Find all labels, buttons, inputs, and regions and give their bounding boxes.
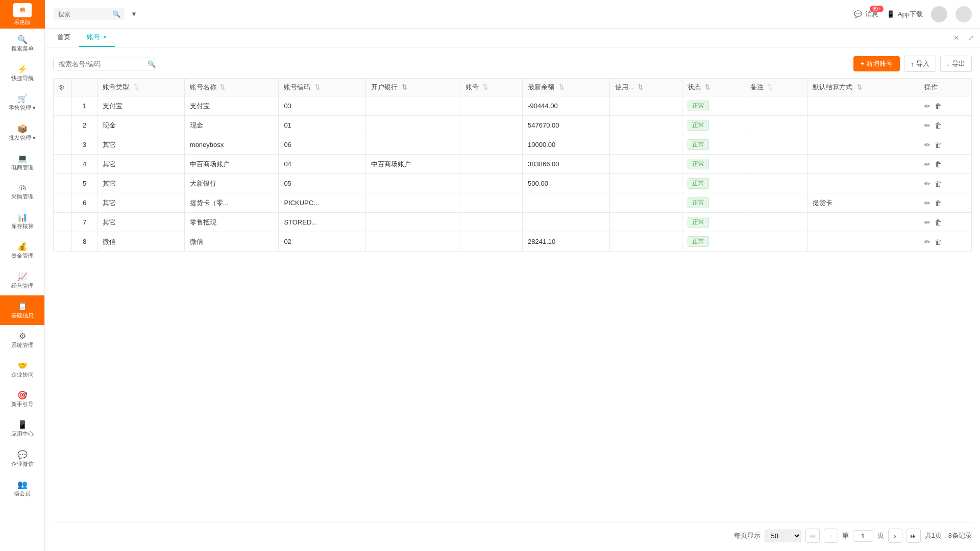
cell-usage-0 bbox=[609, 96, 682, 116]
sidebar-logo[interactable]: 精 乐惠版 bbox=[0, 0, 45, 29]
edit-icon-3[interactable]: ✏ bbox=[924, 160, 930, 168]
th-status[interactable]: 状态 ⇅ bbox=[682, 79, 745, 96]
sidebar-item-1[interactable]: ⚡ 快捷导航 bbox=[0, 58, 44, 88]
th-account-name[interactable]: 账号名称 ⇅ bbox=[184, 79, 279, 96]
sidebar-item-15[interactable]: 👥 畅会员 bbox=[0, 473, 44, 503]
delete-icon-2[interactable]: 🗑 bbox=[935, 141, 942, 149]
th-default-payment[interactable]: 默认结算方式 ⇅ bbox=[807, 79, 919, 96]
status-badge-3: 正常 bbox=[688, 159, 709, 169]
export-button[interactable]: ↓ 导出 bbox=[940, 56, 972, 72]
sidebar-item-2[interactable]: 🛒 零售管理 ▾ bbox=[0, 88, 44, 117]
tab-account[interactable]: 账号 × bbox=[79, 29, 115, 47]
table-row: 6 其它 提货卡（零... PICKUPC... 正常 提货卡 ✏ 🗑 bbox=[54, 193, 972, 213]
edit-icon-4[interactable]: ✏ bbox=[924, 180, 930, 188]
cell-default-payment-7 bbox=[807, 232, 919, 252]
th-usage[interactable]: 使用... ⇅ bbox=[609, 79, 682, 96]
edit-icon-1[interactable]: ✏ bbox=[924, 121, 930, 130]
tab-home[interactable]: 首页 bbox=[49, 29, 79, 47]
sidebar-label-2: 零售管理 ▾ bbox=[9, 105, 36, 111]
cell-status-3: 正常 bbox=[682, 155, 745, 174]
sidebar-item-4[interactable]: 💻 电商管理 bbox=[0, 147, 44, 177]
edit-icon-2[interactable]: ✏ bbox=[924, 141, 930, 149]
page-last-btn[interactable]: ⏭ bbox=[906, 529, 921, 543]
export-icon: ↓ bbox=[947, 60, 950, 68]
page-first-btn[interactable]: ⏮ bbox=[805, 529, 820, 543]
sidebar: 精 乐惠版 🔍 搜索菜单 ⚡ 快捷导航 🛒 零售管理 ▾ 📦 批发管理 ▾ 💻 … bbox=[0, 0, 45, 551]
sidebar-label-10: 系统管理 bbox=[11, 342, 34, 348]
th-balance[interactable]: 最新余额 ⇅ bbox=[523, 79, 610, 96]
cell-bank-3: 中百商场账户 bbox=[366, 155, 460, 174]
user-avatar[interactable] bbox=[931, 6, 947, 22]
cell-type-3: 其它 bbox=[97, 155, 185, 174]
delete-icon-3[interactable]: 🗑 bbox=[935, 160, 942, 168]
sidebar-item-11[interactable]: 🤝 企业协同 bbox=[0, 355, 44, 384]
edit-icon-7[interactable]: ✏ bbox=[924, 238, 930, 246]
th-remark[interactable]: 备注 ⇅ bbox=[745, 79, 807, 96]
header-search-box[interactable]: 🔍 bbox=[53, 8, 125, 20]
page-number-input[interactable] bbox=[853, 530, 873, 542]
cell-num-5: 6 bbox=[72, 193, 97, 213]
cell-name-3: 中百商场账户 bbox=[184, 155, 279, 174]
import-icon: ↑ bbox=[911, 60, 914, 68]
cell-status-0: 正常 bbox=[682, 96, 745, 116]
delete-icon-1[interactable]: 🗑 bbox=[935, 121, 942, 130]
cell-account-2 bbox=[460, 135, 522, 155]
sidebar-icon-13: 📱 bbox=[17, 420, 28, 430]
page-prev-btn[interactable]: ‹ bbox=[824, 529, 838, 543]
tab-expand-icon[interactable]: ✕ bbox=[951, 32, 962, 44]
user-avatar-2[interactable] bbox=[955, 6, 972, 22]
page-next-btn[interactable]: › bbox=[888, 529, 902, 543]
cell-bank-4 bbox=[366, 174, 460, 193]
sidebar-item-8[interactable]: 📈 经营管理 bbox=[0, 266, 44, 295]
sidebar-icon-15: 👥 bbox=[17, 480, 28, 489]
sidebar-item-3[interactable]: 📦 批发管理 ▾ bbox=[0, 118, 44, 147]
sidebar-item-0[interactable]: 🔍 搜索菜单 bbox=[0, 29, 44, 58]
sidebar-item-7[interactable]: 💰 资金管理 bbox=[0, 236, 44, 265]
sidebar-item-10[interactable]: ⚙ 系统管理 bbox=[0, 325, 44, 355]
sidebar-item-13[interactable]: 📱 应用中心 bbox=[0, 414, 44, 443]
sidebar-icon-3: 📦 bbox=[17, 124, 28, 134]
table-search-input[interactable] bbox=[59, 60, 144, 68]
tab-account-close[interactable]: × bbox=[103, 34, 107, 41]
header-dropdown[interactable]: ▼ bbox=[131, 10, 137, 18]
cell-settings-0 bbox=[54, 96, 72, 116]
sidebar-item-6[interactable]: 📊 库存核算 bbox=[0, 206, 44, 236]
delete-icon-7[interactable]: 🗑 bbox=[935, 238, 942, 246]
table-search-icon[interactable]: 🔍 bbox=[148, 60, 156, 68]
th-open-bank[interactable]: 开户银行 ⇅ bbox=[366, 79, 460, 96]
delete-icon-0[interactable]: 🗑 bbox=[935, 102, 942, 110]
header-search-input[interactable] bbox=[58, 11, 109, 18]
sidebar-item-9[interactable]: 📋 基础信息 bbox=[0, 295, 44, 325]
sidebar-item-14[interactable]: 💬 企业微信 bbox=[0, 444, 44, 473]
page-size-select[interactable]: 50 20 100 bbox=[765, 530, 801, 542]
cell-status-7: 正常 bbox=[682, 232, 745, 252]
delete-icon-6[interactable]: 🗑 bbox=[935, 218, 942, 227]
cell-action-5: ✏ 🗑 bbox=[919, 193, 972, 213]
cell-status-2: 正常 bbox=[682, 135, 745, 155]
sidebar-label-8: 经营管理 bbox=[11, 283, 34, 289]
th-account-number[interactable]: 账号 ⇅ bbox=[460, 79, 522, 96]
table-search-box[interactable]: 🔍 bbox=[53, 58, 155, 70]
import-button[interactable]: ↑ 导入 bbox=[904, 56, 936, 72]
add-account-button[interactable]: + 新增账号 bbox=[853, 56, 900, 71]
sidebar-item-12[interactable]: 🎯 新手引导 bbox=[0, 384, 44, 414]
edit-icon-6[interactable]: ✏ bbox=[924, 218, 930, 227]
edit-icon-0[interactable]: ✏ bbox=[924, 102, 930, 110]
top-header: 🔍 ▼ 💬 消息 99+ 📱 App下载 bbox=[45, 0, 980, 29]
edit-icon-5[interactable]: ✏ bbox=[924, 199, 930, 207]
cell-type-6: 其它 bbox=[97, 213, 185, 232]
cell-bank-0 bbox=[366, 96, 460, 116]
header-message-btn[interactable]: 💬 消息 99+ bbox=[854, 10, 878, 19]
th-account-type[interactable]: 账号类型 ⇅ bbox=[97, 79, 185, 96]
cell-bank-2 bbox=[366, 135, 460, 155]
cell-remark-6 bbox=[745, 213, 807, 232]
header-app-download[interactable]: 📱 App下载 bbox=[887, 10, 923, 19]
sidebar-icon-11: 🤝 bbox=[17, 361, 28, 370]
table-row: 7 其它 零售抵现 STORED... 正常 ✏ 🗑 bbox=[54, 213, 972, 232]
th-settings[interactable]: ⚙ bbox=[54, 79, 72, 96]
sidebar-item-5[interactable]: 🛍 采购管理 bbox=[0, 177, 44, 206]
delete-icon-4[interactable]: 🗑 bbox=[935, 180, 942, 188]
th-account-code[interactable]: 账号编码 ⇅ bbox=[279, 79, 366, 96]
tab-fullscreen-icon[interactable]: ⤢ bbox=[966, 32, 976, 44]
delete-icon-5[interactable]: 🗑 bbox=[935, 199, 942, 207]
